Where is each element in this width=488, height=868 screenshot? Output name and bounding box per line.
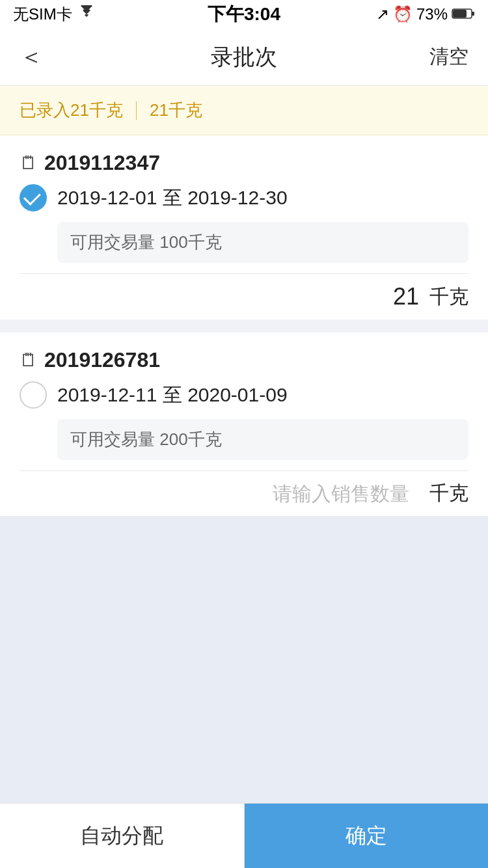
location-icon: ↗: [376, 5, 389, 23]
batch-qty-unit-2: 千克: [429, 480, 468, 507]
clear-button[interactable]: 清空: [429, 44, 468, 70]
status-bar: 无SIM卡 下午3:04 ↗ ⏰ 73%: [0, 0, 488, 29]
status-right: ↗ ⏰ 73%: [376, 5, 475, 23]
batch-row-1: 2019-12-01 至 2019-12-30: [20, 184, 468, 211]
info-divider: [136, 102, 137, 120]
batch-item-1: 🗒 2019112347 2019-12-01 至 2019-12-30 可用交…: [0, 135, 488, 319]
batch-item-2: 🗒 2019126781 2019-12-11 至 2020-01-09 可用交…: [0, 332, 488, 516]
status-left: 无SIM卡: [13, 4, 96, 25]
batch-icon-2: 🗒: [20, 349, 38, 371]
footer: 自动分配 确定: [0, 803, 488, 868]
batch-date-2: 2019-12-11 至 2020-01-09: [57, 382, 288, 409]
batch-id-2: 2019126781: [44, 348, 160, 372]
batch-avail-1: 可用交易量 100千克: [57, 222, 468, 263]
auto-distribute-button[interactable]: 自动分配: [0, 804, 245, 868]
wifi-icon: [77, 5, 96, 23]
batch-header-2: 🗒 2019126781: [20, 348, 468, 372]
recorded-value: 21千克: [150, 99, 202, 122]
batch-id-1: 2019112347: [44, 151, 160, 175]
time-display: 下午3:04: [208, 2, 280, 27]
separator-1: [0, 319, 488, 332]
info-banner: 已录入21千克 21千克: [0, 86, 488, 135]
batch-icon-1: 🗒: [20, 152, 38, 174]
nav-bar: ＜ 录批次 清空: [0, 29, 488, 86]
batch-date-1: 2019-12-01 至 2019-12-30: [57, 185, 288, 211]
page-title: 录批次: [211, 42, 277, 72]
battery-text: 73%: [416, 5, 448, 23]
carrier-text: 无SIM卡: [13, 4, 72, 25]
batch-qty-unit-1: 千克: [429, 284, 468, 310]
svg-rect-2: [453, 10, 467, 18]
battery-icon: [452, 5, 475, 23]
svg-rect-1: [472, 12, 474, 16]
batch-row-2: 2019-12-11 至 2020-01-09: [20, 381, 468, 409]
batch-radio-2[interactable]: [20, 381, 47, 409]
batch-qty-input-2[interactable]: [224, 483, 419, 505]
batch-radio-1[interactable]: [20, 184, 47, 211]
batch-avail-2: 可用交易量 200千克: [57, 419, 468, 460]
recorded-label: 已录入21千克: [20, 99, 123, 122]
batch-quantity-row-1: 21 千克: [20, 273, 468, 319]
confirm-button[interactable]: 确定: [245, 804, 489, 868]
batch-qty-value-1: 21: [393, 283, 419, 310]
back-button[interactable]: ＜: [20, 41, 59, 73]
batch-header-1: 🗒 2019112347: [20, 151, 468, 175]
batch-quantity-input-row-2: 千克: [20, 470, 468, 516]
alarm-icon: ⏰: [393, 5, 413, 23]
